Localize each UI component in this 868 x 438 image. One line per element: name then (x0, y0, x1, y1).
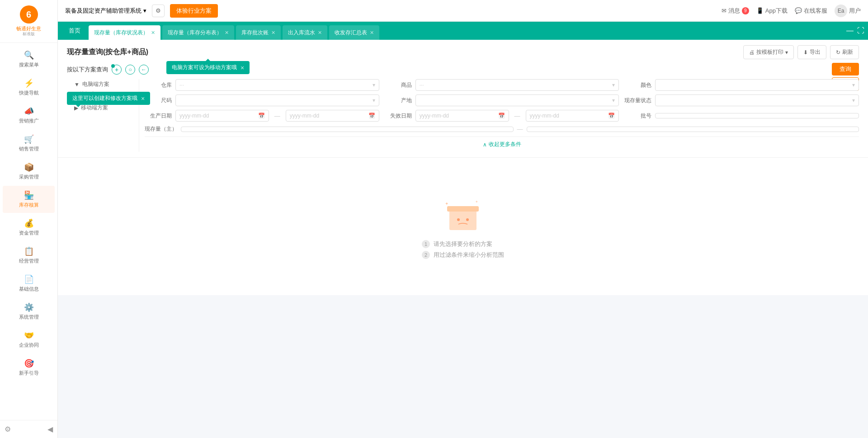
tab-fullscreen-icon[interactable]: ⛶ (857, 27, 864, 35)
sidebar-item-finance[interactable]: 💰 资金管理 (3, 214, 55, 241)
tab-home[interactable]: 首页 (61, 22, 88, 40)
sidebar-item-operations[interactable]: 📋 经营管理 (3, 242, 55, 269)
production-date-end[interactable]: yyyy-mm-dd 📅 (286, 110, 379, 122)
hint-num-2: 2 (422, 251, 430, 259)
hint-num-1: 1 (422, 240, 430, 248)
filter-section: 按以下方案查询 + ○ ← 电脑方案可设为移动方案哦 (58, 59, 868, 158)
sidebar-item-inventory[interactable]: 🏪 库存核算 (3, 186, 55, 213)
collapse-up-icon: ∧ (483, 141, 487, 148)
tooltip1-close[interactable]: × (241, 64, 244, 71)
tab-close-inventory-dist[interactable]: ✕ (225, 30, 229, 36)
pc-plan-item[interactable]: ▼ 电脑端方案 (67, 79, 135, 89)
tab-inout-flow[interactable]: 出入库流水 ✕ (283, 25, 327, 40)
svg-text:✦: ✦ (445, 201, 448, 206)
color-select[interactable]: ▾ (655, 79, 859, 91)
stock-qty-label: 现存量（主） (145, 125, 177, 133)
top-bar: 装备及固定资产辅助管理系统 ▾ ⚙ 体验行业方案 ✉ 消息 9 📱 App下载 … (58, 0, 868, 22)
online-service-button[interactable]: 💬 在线客服 (795, 7, 827, 15)
production-date-start[interactable]: yyyy-mm-dd 📅 (175, 110, 269, 122)
calendar-icon-prod-start[interactable]: 📅 (258, 113, 265, 119)
sidebar-bottom: ⚙ ◀ (0, 420, 57, 438)
filter-arrow-button[interactable]: ← (139, 65, 149, 75)
export-button[interactable]: ⬇ 导出 (797, 45, 826, 59)
filter-row-3: 生产日期 yyyy-mm-dd 📅 — yyyy-mm-dd 📅 (145, 110, 859, 122)
print-dropdown-icon: ▾ (785, 49, 788, 56)
tab-close-recv-send[interactable]: ✕ (370, 30, 374, 36)
tab-close-inventory-batch[interactable]: ✕ (271, 30, 275, 36)
refresh-button[interactable]: ↻ 刷新 (830, 45, 859, 59)
size-select[interactable]: ▾ (175, 94, 379, 106)
user-menu[interactable]: Ea 用户 (835, 5, 861, 17)
sidebar-item-quick-nav[interactable]: ⚡ 快捷导航 (3, 74, 55, 101)
stock-qty-end[interactable] (527, 127, 859, 132)
settings-button[interactable]: ⚙ (152, 5, 165, 17)
tab-inventory-dist[interactable]: 现存量（库存分布表） ✕ (162, 25, 234, 40)
batch-input[interactable] (655, 113, 859, 118)
tab-close-inventory-status[interactable]: ✕ (151, 30, 155, 36)
sidebar-item-basic-info[interactable]: 📄 基础信息 (3, 270, 55, 297)
main-content: 装备及固定资产辅助管理系统 ▾ ⚙ 体验行业方案 ✉ 消息 9 📱 App下载 … (58, 0, 868, 438)
filter-main-layout: 这里可以创建和修改方案哦 × ▼ 电脑端方案 接闻由 ▶ (67, 79, 859, 152)
sidebar-item-enterprise[interactable]: 🤝 企业协同 (3, 326, 55, 353)
top-bar-right: ✉ 消息 9 📱 App下载 💬 在线客服 Ea 用户 (722, 5, 861, 17)
message-badge: 9 (742, 7, 749, 14)
tab-inventory-status[interactable]: 现存量（库存状况表） ✕ (89, 25, 160, 40)
collapse-filter-button[interactable]: ∧ 收起更多条件 (145, 137, 859, 152)
color-dropdown-icon: ▾ (852, 82, 855, 88)
tab-close-inout-flow[interactable]: ✕ (318, 30, 322, 36)
search-button[interactable]: 查询 (832, 63, 859, 75)
print-template-button[interactable]: 🖨 按模板打印 ▾ (743, 45, 794, 59)
calendar-icon-exp-start[interactable]: 📅 (498, 113, 505, 119)
tab-minimize-icon[interactable]: — (846, 27, 854, 35)
app-download-button[interactable]: 📱 App下载 (756, 7, 788, 15)
operations-icon: 📋 (24, 246, 34, 256)
origin-select[interactable]: ▾ (415, 94, 619, 106)
tab-inventory-batch[interactable]: 库存批次账 ✕ (236, 25, 281, 40)
trial-button[interactable]: 体验行业方案 (170, 4, 218, 18)
filter-field-stock-status: 现存量状态 ▾ (624, 94, 859, 106)
svg-point-2 (457, 218, 460, 221)
dropdown-arrow-icon: ▾ (143, 7, 146, 14)
sidebar-item-purchase[interactable]: 📦 采购管理 (3, 158, 55, 185)
system-name-dropdown[interactable]: 装备及固定资产辅助管理系统 ▾ (65, 7, 146, 15)
settings-bottom-icon[interactable]: ⚙ (5, 425, 11, 433)
message-button[interactable]: ✉ 消息 9 (722, 7, 749, 15)
logo-text: 畅通好生意 标准版 (16, 25, 41, 37)
logo-badge: 标准版 (16, 32, 41, 37)
warehouse-select[interactable]: ··· ▾ (175, 79, 379, 91)
origin-dropdown-icon: ▾ (612, 97, 615, 104)
sidebar-item-system[interactable]: ⚙️ 系统管理 (3, 298, 55, 325)
svg-rect-0 (449, 210, 476, 230)
sidebar-item-marketing[interactable]: 📣 营销推广 (3, 102, 55, 129)
calendar-icon-exp-end[interactable]: 📅 (608, 113, 615, 119)
expire-date-label: 失效日期 (385, 112, 412, 120)
filter-add-button[interactable]: + (112, 65, 122, 75)
page-inner: 现存量查询(按仓库+商品) 🖨 按模板打印 ▾ ⬇ 导出 ↻ 刷新 (58, 40, 868, 295)
filter-row-2: 尺码 ▾ 产地 ▾ (145, 94, 859, 106)
sidebar-item-search-menu[interactable]: 🔍 搜索菜单 (3, 46, 55, 73)
page-header: 现存量查询(按仓库+商品) 🖨 按模板打印 ▾ ⬇ 导出 ↻ 刷新 (58, 40, 868, 59)
tooltip2-close[interactable]: × (141, 95, 145, 102)
sidebar-item-guide[interactable]: 🎯 新手引导 (3, 354, 55, 381)
stock-status-select[interactable]: ▾ (655, 94, 859, 106)
filter-field-size: 尺码 ▾ (145, 94, 379, 106)
filter-circle-button[interactable]: ○ (125, 65, 135, 75)
expire-date-end[interactable]: yyyy-mm-dd 📅 (526, 110, 619, 122)
calendar-icon-prod-end[interactable]: 📅 (368, 113, 375, 119)
enterprise-icon: 🤝 (24, 330, 34, 340)
purchase-icon: 📦 (24, 162, 34, 172)
empty-hint-1: 1 请先选择要分析的方案 (422, 240, 492, 248)
goods-select[interactable]: ··· ▾ (415, 79, 619, 91)
expire-date-start[interactable]: yyyy-mm-dd 📅 (415, 110, 509, 122)
stock-qty-start[interactable] (181, 127, 514, 132)
print-icon: 🖨 (749, 49, 755, 56)
quick-nav-icon: ⚡ (24, 78, 34, 88)
tab-recv-send[interactable]: 收发存汇总表 ✕ (329, 25, 379, 40)
sidebar-item-sales[interactable]: 🛒 销售管理 (3, 130, 55, 157)
sidebar: 6 畅通好生意 标准版 🔍 搜索菜单 ⚡ 快捷导航 📣 营销推广 🛒 销售管理 … (0, 0, 58, 438)
export-icon: ⬇ (803, 49, 808, 56)
user-avatar: Ea (835, 5, 847, 17)
collapse-sidebar-icon[interactable]: ◀ (47, 425, 53, 433)
top-bar-left: 装备及固定资产辅助管理系统 ▾ ⚙ 体验行业方案 (65, 4, 218, 18)
filter-field-production-date: 生产日期 yyyy-mm-dd 📅 — yyyy-mm-dd 📅 (145, 110, 379, 122)
